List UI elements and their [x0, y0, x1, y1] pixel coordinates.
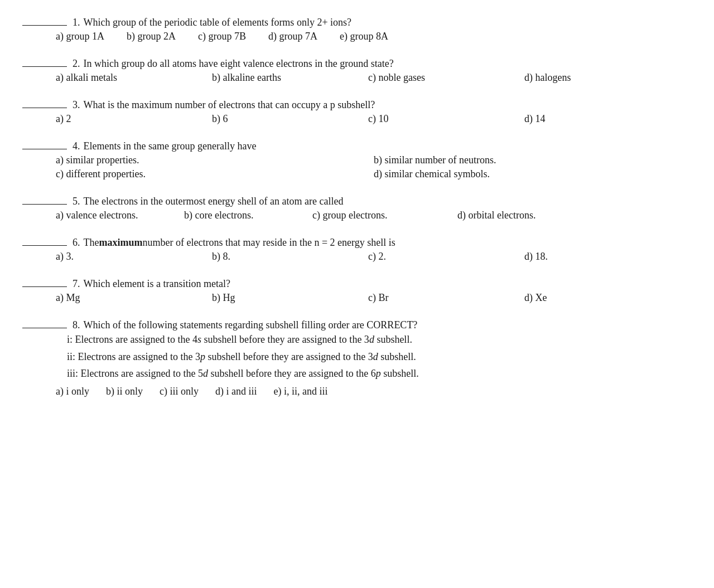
exam-container: 1. Which group of the periodic table of …: [22, 17, 692, 397]
q7-number: 7.: [73, 278, 80, 290]
q3-ans-a: a) 2: [56, 113, 212, 125]
q5-text: The electrons in the outermost energy sh…: [84, 196, 344, 207]
q4-ans-b: b) similar number of neutrons.: [374, 154, 692, 166]
q8-stmt-ii: ii: Electrons are assigned to the 3p sub…: [67, 348, 692, 366]
q7-top-line: 7. Which element is a transition metal?: [22, 278, 692, 290]
q2-number: 2.: [73, 58, 80, 70]
q5-number: 5.: [73, 196, 80, 207]
q3-blank: [22, 108, 67, 108]
q5-answers: a) valence electrons. b) core electrons.…: [22, 210, 692, 221]
q3-number: 3.: [73, 99, 80, 111]
q2-answers: a) alkali metals b) alkaline earths c) n…: [22, 72, 692, 84]
q6-ans-a: a) 3.: [56, 251, 212, 263]
q7-answers: a) Mg b) Hg c) Br d) Xe: [22, 292, 692, 304]
q2-ans-a: a) alkali metals: [56, 72, 212, 84]
q2-top-line: 2. In which group do all atoms have eigh…: [22, 58, 692, 70]
q7-ans-c: c) Br: [368, 292, 524, 304]
q8-blank: [22, 328, 67, 328]
q6-text-post: number of electrons that may reside in t…: [142, 237, 395, 249]
q3-ans-d: d) 14: [524, 113, 681, 125]
q1-ans-a: a) group 1A: [56, 31, 104, 42]
q6-answers: a) 3. b) 8. c) 2. d) 18.: [22, 251, 692, 263]
q8-ans-d: d) i and iii: [215, 386, 257, 397]
q4-ans-a: a) similar properties.: [56, 154, 374, 166]
q2-ans-b: b) alkaline earths: [212, 72, 368, 84]
q8-number: 8.: [73, 319, 80, 331]
q5-ans-b: b) core electrons.: [184, 210, 312, 221]
q7-ans-a: a) Mg: [56, 292, 212, 304]
q2-blank: [22, 66, 67, 67]
q8-stmt-i: i: Electrons are assigned to the 4s subs…: [67, 331, 692, 348]
q4-ans-c: c) different properties.: [56, 168, 374, 180]
q6-ans-b: b) 8.: [212, 251, 368, 263]
q1-answers: a) group 1A b) group 2A c) group 7B d) g…: [22, 31, 692, 42]
q1-ans-d: d) group 7A: [268, 31, 317, 42]
q7-ans-b: b) Hg: [212, 292, 368, 304]
q5-ans-c: c) group electrons.: [312, 210, 457, 221]
question-1: 1. Which group of the periodic table of …: [22, 17, 692, 42]
q6-ans-d: d) 18.: [524, 251, 681, 263]
question-6: 6. The maximum number of electrons that …: [22, 237, 692, 263]
q1-blank: [22, 25, 67, 26]
q7-blank: [22, 286, 67, 287]
q4-ans-d: d) similar chemical symbols.: [374, 168, 692, 180]
q3-text: What is the maximum number of electrons …: [84, 99, 375, 111]
q3-ans-b: b) 6: [212, 113, 368, 125]
q5-ans-a: a) valence electrons.: [56, 210, 184, 221]
q8-statements: i: Electrons are assigned to the 4s subs…: [22, 331, 692, 382]
q8-ans-a: a) i only: [56, 386, 89, 397]
question-3: 3. What is the maximum number of electro…: [22, 99, 692, 125]
q8-ans-e: e) i, ii, and iii: [274, 386, 328, 397]
q4-number: 4.: [73, 140, 80, 152]
q1-top-line: 1. Which group of the periodic table of …: [22, 17, 692, 28]
q5-ans-d: d) orbital electrons.: [457, 210, 586, 221]
q7-text: Which element is a transition metal?: [84, 278, 230, 290]
q6-text-pre: The: [84, 237, 99, 249]
question-8: 8. Which of the following statements reg…: [22, 319, 692, 397]
q6-ans-c: c) 2.: [368, 251, 524, 263]
q4-text: Elements in the same group generally hav…: [84, 140, 257, 152]
q3-ans-c: c) 10: [368, 113, 524, 125]
q6-text-bold: maximum: [99, 237, 142, 249]
question-2: 2. In which group do all atoms have eigh…: [22, 58, 692, 84]
q6-top-line: 6. The maximum number of electrons that …: [22, 237, 692, 249]
question-5: 5. The electrons in the outermost energy…: [22, 196, 692, 221]
q2-text: In which group do all atoms have eight v…: [84, 58, 394, 70]
question-7: 7. Which element is a transition metal? …: [22, 278, 692, 304]
q5-top-line: 5. The electrons in the outermost energy…: [22, 196, 692, 207]
q1-ans-c: c) group 7B: [198, 31, 246, 42]
q8-ans-c: c) iii only: [160, 386, 199, 397]
q3-answers: a) 2 b) 6 c) 10 d) 14: [22, 113, 692, 125]
question-4: 4. Elements in the same group generally …: [22, 140, 692, 180]
q8-top-line: 8. Which of the following statements reg…: [22, 319, 692, 331]
q1-ans-e: e) group 8A: [340, 31, 388, 42]
q4-blank: [22, 149, 67, 149]
q2-ans-d: d) halogens: [524, 72, 681, 84]
q1-number: 1.: [73, 17, 80, 28]
q6-number: 6.: [73, 237, 80, 249]
q1-ans-b: b) group 2A: [127, 31, 176, 42]
q4-top-line: 4. Elements in the same group generally …: [22, 140, 692, 152]
q7-ans-d: d) Xe: [524, 292, 681, 304]
q5-blank: [22, 204, 67, 205]
q8-answers: a) i only b) ii only c) iii only d) i an…: [22, 386, 692, 397]
q8-stmt-iii: iii: Electrons are assigned to the 5d su…: [67, 365, 692, 382]
q1-text: Which group of the periodic table of ele…: [84, 17, 352, 28]
q4-answers: a) similar properties. b) similar number…: [22, 154, 692, 180]
q8-ans-b: b) ii only: [106, 386, 143, 397]
q3-top-line: 3. What is the maximum number of electro…: [22, 99, 692, 111]
q8-text: Which of the following statements regard…: [84, 319, 418, 331]
q2-ans-c: c) noble gases: [368, 72, 524, 84]
q6-blank: [22, 245, 67, 246]
